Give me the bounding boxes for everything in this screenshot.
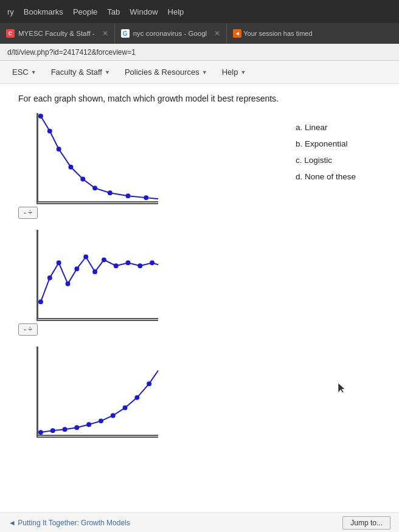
url-bar[interactable]: d/lti/view.php?id=2417412&forceview=1 <box>0 44 399 61</box>
option-c: c. Logistic <box>296 152 381 168</box>
svg-point-29 <box>63 427 68 432</box>
svg-point-3 <box>47 129 52 134</box>
svg-point-4 <box>57 147 61 151</box>
svg-point-19 <box>92 269 97 274</box>
option-d: d. None of these <box>296 168 381 185</box>
tab-icon-myesc: C <box>6 29 15 38</box>
option-b: b. Exponential <box>296 136 381 152</box>
graph-1-dropdown[interactable]: - ÷ <box>18 207 38 219</box>
question-text: For each graph shown, match which growth… <box>18 94 381 103</box>
nav-faculty-staff[interactable]: Faculty & Staff ▼ <box>47 65 114 79</box>
svg-point-18 <box>83 254 88 259</box>
tab-google[interactable]: G nyc coronavirus - Googl ✕ <box>115 23 227 44</box>
graph-section: - ÷ <box>18 113 381 443</box>
nav-bar: ESC ▼ Faculty & Staff ▼ Policies & Resou… <box>0 61 399 84</box>
jump-button[interactable]: Jump to... <box>342 516 390 530</box>
menu-bar: ry Bookmarks People Tab Window Help <box>7 7 184 16</box>
svg-point-15 <box>57 260 61 265</box>
tab-notification[interactable]: ◄ Your session has timed <box>227 23 318 44</box>
svg-point-6 <box>80 177 85 182</box>
nav-faculty-label: Faculty & Staff <box>51 67 102 77</box>
title-bar: ry Bookmarks People Tab Window Help <box>0 0 399 23</box>
tab-close-myesc[interactable]: ✕ <box>102 29 108 38</box>
graph-1 <box>36 113 158 204</box>
tab-icon-google: G <box>121 29 130 38</box>
menu-bookmarks[interactable]: Bookmarks <box>24 7 63 16</box>
nav-esc-label: ESC <box>12 67 29 77</box>
chevron-help: ▼ <box>240 69 246 75</box>
svg-point-14 <box>47 275 52 280</box>
graph-block-3 <box>18 347 277 438</box>
graph-block-2: - ÷ <box>18 230 277 336</box>
tab-label-session: Your session has timed <box>243 30 312 37</box>
bottom-bar: ◄ Putting It Together: Growth Models Jum… <box>0 513 399 532</box>
svg-point-35 <box>134 395 139 400</box>
graph-3 <box>36 347 158 438</box>
svg-point-24 <box>150 260 154 265</box>
chevron-policies: ▼ <box>202 69 207 75</box>
menu-tab[interactable]: Tab <box>107 7 120 16</box>
graphs-col: - ÷ <box>18 113 277 443</box>
svg-point-32 <box>99 418 103 423</box>
svg-point-23 <box>137 263 142 268</box>
svg-point-28 <box>50 428 55 433</box>
svg-point-20 <box>102 257 106 262</box>
svg-point-34 <box>123 406 128 410</box>
svg-point-22 <box>126 260 131 265</box>
graph-2 <box>36 230 158 321</box>
svg-point-7 <box>92 185 97 190</box>
nav-policies-label: Policies & Resources <box>125 67 200 77</box>
nav-help-label: Help <box>222 67 238 77</box>
svg-point-2 <box>38 114 43 119</box>
content-area: For each graph shown, match which growth… <box>0 84 399 513</box>
chevron-faculty: ▼ <box>105 69 110 75</box>
svg-point-10 <box>144 195 148 200</box>
svg-point-31 <box>86 422 91 427</box>
tab-bar: C MYESC Faculty & Staff - ✕ G nyc corona… <box>0 23 399 44</box>
graph-2-svg <box>38 230 158 320</box>
graph-2-dropdown[interactable]: - ÷ <box>18 323 38 336</box>
nav-help[interactable]: Help ▼ <box>218 65 250 79</box>
svg-point-16 <box>66 282 71 286</box>
svg-point-30 <box>74 425 79 430</box>
tab-label-myesc: MYESC Faculty & Staff - <box>18 30 95 37</box>
back-link[interactable]: ◄ Putting It Together: Growth Models <box>9 519 130 527</box>
svg-point-27 <box>38 430 43 435</box>
option-a: a. Linear <box>296 119 381 136</box>
graph-3-svg <box>38 347 158 437</box>
svg-point-13 <box>38 299 43 304</box>
graph-1-svg <box>38 113 158 203</box>
tab-icon-session: ◄ <box>233 29 241 38</box>
options-col: a. Linear b. Exponential c. Logistic d. … <box>296 113 381 443</box>
tab-label-google: nyc coronavirus - Googl <box>133 30 207 37</box>
svg-point-17 <box>74 266 79 271</box>
tab-close-google[interactable]: ✕ <box>214 29 220 38</box>
svg-point-8 <box>108 190 113 195</box>
url-text: d/lti/view.php?id=2417412&forceview=1 <box>7 48 136 57</box>
menu-window[interactable]: Window <box>130 7 158 16</box>
svg-point-5 <box>68 165 73 170</box>
chevron-esc: ▼ <box>31 69 36 75</box>
svg-point-9 <box>126 193 131 198</box>
menu-history[interactable]: ry <box>7 7 14 16</box>
svg-point-21 <box>114 263 119 268</box>
nav-policies[interactable]: Policies & Resources ▼ <box>121 65 211 79</box>
graph-block-1: - ÷ <box>18 113 277 219</box>
menu-help[interactable]: Help <box>168 7 184 16</box>
nav-esc[interactable]: ESC ▼ <box>9 65 40 79</box>
menu-people[interactable]: People <box>73 7 97 16</box>
svg-point-33 <box>111 413 116 418</box>
svg-point-36 <box>147 381 151 386</box>
tab-myesc[interactable]: C MYESC Faculty & Staff - ✕ <box>0 23 115 44</box>
